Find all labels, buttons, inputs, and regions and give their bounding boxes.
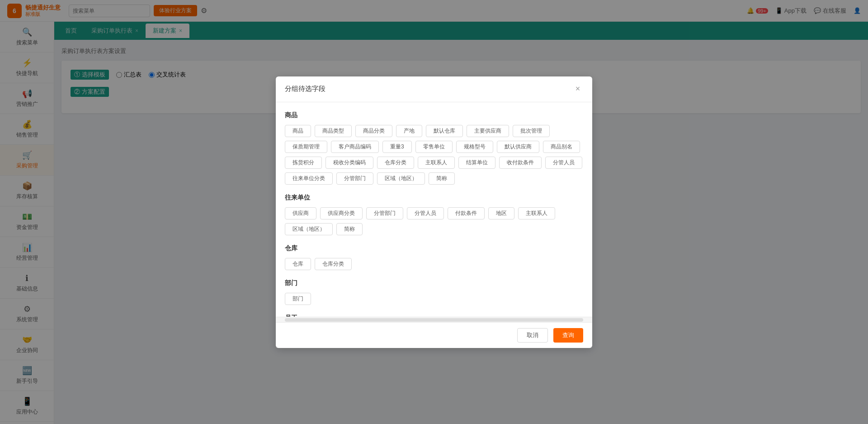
section-warehouse: 仓库 仓库仓库分类: [285, 244, 583, 270]
cancel-button[interactable]: 取消: [517, 328, 548, 343]
field-tag[interactable]: 产地: [396, 125, 422, 137]
field-tag[interactable]: 默认仓库: [426, 125, 463, 137]
modal-body: 商品 商品商品类型商品分类产地默认仓库主要供应商批次管理保质期管理客户商品编码重…: [276, 102, 592, 317]
field-tag[interactable]: 商品类型: [315, 125, 352, 137]
field-tag[interactable]: 商品分类: [355, 125, 392, 137]
field-tag[interactable]: 结算单位: [458, 157, 495, 169]
field-tag[interactable]: 客户商品编码: [331, 141, 379, 153]
field-tag[interactable]: 供应商: [285, 207, 316, 219]
modal-footer: 取消 查询: [276, 322, 592, 348]
field-tag[interactable]: 简称: [336, 223, 363, 235]
field-tag[interactable]: 往来单位分类: [285, 172, 333, 185]
department-tags: 部门: [285, 293, 583, 305]
modal-overlay: 分组待选字段 × 商品 商品商品类型商品分类产地默认仓库主要供应商批次管理保质期…: [0, 0, 868, 424]
field-tag[interactable]: 分管部门: [336, 172, 373, 185]
section-partner: 往来单位 供应商供应商分类分管部门分管人员付款条件地区主联系人区域（地区）简称: [285, 194, 583, 235]
confirm-button[interactable]: 查询: [553, 328, 583, 343]
field-tag[interactable]: 地区: [488, 207, 514, 219]
section-goods: 商品 商品商品类型商品分类产地默认仓库主要供应商批次管理保质期管理客户商品编码重…: [285, 111, 583, 185]
field-tag[interactable]: 保质期管理: [285, 141, 327, 153]
field-tag[interactable]: 重量3: [382, 141, 412, 153]
field-tag[interactable]: 税收分类编码: [326, 157, 373, 169]
field-tag[interactable]: 区域（地区）: [377, 172, 425, 185]
field-tag[interactable]: 规格型号: [456, 141, 493, 153]
field-tag[interactable]: 商品别名: [543, 141, 580, 153]
field-tag[interactable]: 仓库分类: [377, 157, 414, 169]
field-tag[interactable]: 收付款条件: [499, 157, 542, 169]
field-select-modal: 分组待选字段 × 商品 商品商品类型商品分类产地默认仓库主要供应商批次管理保质期…: [276, 76, 592, 348]
field-tag[interactable]: 主要供应商: [467, 125, 509, 137]
field-tag[interactable]: 主联系人: [518, 207, 555, 219]
field-tag[interactable]: 简称: [429, 172, 455, 185]
field-tag[interactable]: 批次管理: [513, 125, 550, 137]
field-tag[interactable]: 主联系人: [418, 157, 455, 169]
field-tag[interactable]: 零售单位: [415, 141, 453, 153]
warehouse-tags: 仓库仓库分类: [285, 258, 583, 270]
field-tag[interactable]: 供应商分类: [320, 207, 363, 219]
field-tag[interactable]: 拣货积分: [285, 157, 322, 169]
field-tag[interactable]: 区域（地区）: [285, 223, 333, 235]
modal-close-button[interactable]: ×: [572, 84, 583, 95]
section-department-title: 部门: [285, 279, 583, 287]
modal-horizontal-scrollbar: [276, 317, 592, 322]
section-warehouse-title: 仓库: [285, 244, 583, 252]
field-tag[interactable]: 商品: [285, 125, 311, 137]
hscroll-track: [285, 318, 583, 322]
partner-tags: 供应商供应商分类分管部门分管人员付款条件地区主联系人区域（地区）简称: [285, 207, 583, 235]
section-goods-title: 商品: [285, 111, 583, 119]
field-tag[interactable]: 仓库分类: [315, 258, 352, 270]
modal-header: 分组待选字段 ×: [276, 76, 592, 102]
field-tag[interactable]: 分管人员: [407, 207, 444, 219]
section-department: 部门 部门: [285, 279, 583, 305]
field-tag[interactable]: 付款条件: [448, 207, 485, 219]
goods-tags: 商品商品类型商品分类产地默认仓库主要供应商批次管理保质期管理客户商品编码重量3零…: [285, 125, 583, 185]
field-tag[interactable]: 默认供应商: [497, 141, 539, 153]
field-tag[interactable]: 分管部门: [366, 207, 403, 219]
section-partner-title: 往来单位: [285, 194, 583, 202]
field-tag[interactable]: 分管人员: [545, 157, 582, 169]
field-tag[interactable]: 仓库: [285, 258, 311, 270]
modal-title: 分组待选字段: [285, 85, 326, 93]
field-tag[interactable]: 部门: [285, 293, 311, 305]
